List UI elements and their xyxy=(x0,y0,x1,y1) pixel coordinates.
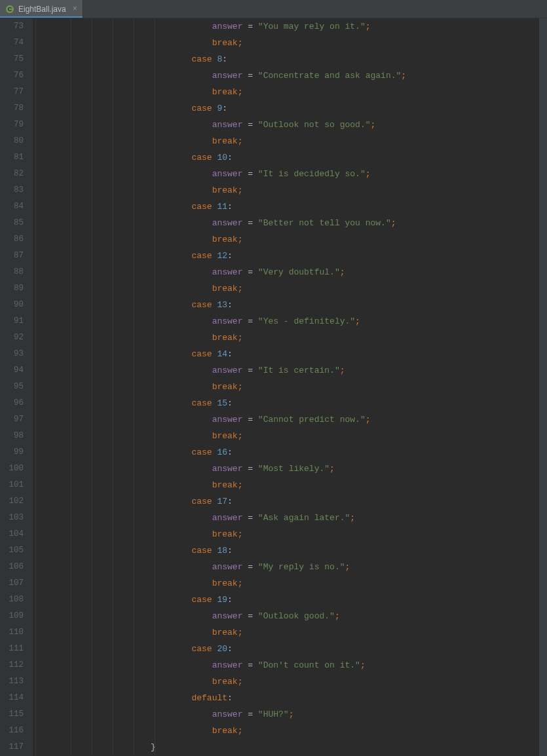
token-op: = xyxy=(242,218,257,228)
line-number: 87 xyxy=(0,248,24,264)
token-colon: : xyxy=(227,595,233,605)
token-semi: ; xyxy=(238,38,243,48)
line-number: 112 xyxy=(0,657,24,673)
token-kw: case xyxy=(191,104,217,113)
vertical-scrollbar[interactable] xyxy=(539,18,547,756)
token-num: 18 xyxy=(217,546,227,556)
token-var: answer xyxy=(212,464,243,474)
token-kw: case xyxy=(191,398,217,408)
line-number: 104 xyxy=(0,526,24,542)
token-str: "Most likely." xyxy=(258,464,330,474)
token-semi: ; xyxy=(330,464,335,474)
code-line: break; xyxy=(48,673,547,690)
token-semi: ; xyxy=(371,120,376,130)
code-line: answer = "Most likely."; xyxy=(48,461,547,477)
token-semi: ; xyxy=(366,169,371,179)
line-number: 94 xyxy=(0,362,24,379)
code-line: answer = "Better not tell you now."; xyxy=(48,215,547,231)
token-semi: ; xyxy=(238,578,243,588)
token-str: "HUH?" xyxy=(258,709,289,719)
token-colon: : xyxy=(227,349,233,359)
code-line: case 9: xyxy=(48,100,547,117)
line-number: 88 xyxy=(0,264,24,280)
line-number: 74 xyxy=(0,35,24,51)
line-number: 97 xyxy=(0,411,24,428)
line-number: 115 xyxy=(0,706,24,723)
token-colon: : xyxy=(227,497,233,506)
code-line: case 11: xyxy=(48,198,547,215)
token-var: answer xyxy=(212,218,243,228)
token-kw: default xyxy=(191,693,227,703)
code-line: break; xyxy=(48,84,547,100)
token-var: answer xyxy=(212,22,243,31)
token-semi: ; xyxy=(238,628,243,637)
code-line: case 13: xyxy=(48,297,547,313)
token-op: = xyxy=(242,611,257,621)
line-number: 85 xyxy=(0,215,24,231)
line-number: 75 xyxy=(0,51,24,67)
code-line: case 17: xyxy=(48,493,547,510)
tab-eightball[interactable]: C EightBall.java × xyxy=(0,0,83,18)
token-kw: case xyxy=(191,447,217,457)
code-line: case 19: xyxy=(48,592,547,608)
token-op: = xyxy=(242,464,257,474)
token-semi: ; xyxy=(238,726,243,736)
token-colon: : xyxy=(227,398,233,408)
token-semi: ; xyxy=(360,660,366,670)
token-op: = xyxy=(242,415,257,425)
code-line: case 16: xyxy=(48,444,547,461)
token-kw: break xyxy=(212,38,238,48)
line-number: 101 xyxy=(0,477,24,493)
code-line: answer = "Ask again later."; xyxy=(48,510,547,526)
token-num: 12 xyxy=(217,251,227,261)
token-semi: ; xyxy=(366,415,371,425)
token-str: "Ask again later." xyxy=(258,513,350,523)
code-line: break; xyxy=(48,133,547,149)
token-kw: case xyxy=(191,595,217,605)
token-num: 11 xyxy=(217,202,227,212)
token-semi: ; xyxy=(340,366,345,375)
fold-column xyxy=(33,18,48,756)
code-line: answer = "Outlook not so good."; xyxy=(48,117,547,133)
token-colon: : xyxy=(227,693,233,703)
line-number: 99 xyxy=(0,444,24,461)
token-str: "It is decidedly so." xyxy=(258,169,366,179)
token-str: "Outlook good." xyxy=(258,611,335,621)
line-number: 92 xyxy=(0,330,24,346)
svg-text:C: C xyxy=(8,6,12,12)
code-line: break; xyxy=(48,526,547,542)
line-number: 80 xyxy=(0,133,24,149)
token-kw: break xyxy=(212,578,238,588)
token-var: answer xyxy=(212,71,243,81)
token-num: 14 xyxy=(217,349,227,359)
token-kw: break xyxy=(212,480,238,490)
close-icon[interactable]: × xyxy=(73,5,77,14)
token-semi: ; xyxy=(355,316,360,326)
code-line: answer = "Cannot predict now."; xyxy=(48,411,547,428)
token-semi: ; xyxy=(238,136,243,146)
token-op: = xyxy=(242,660,257,670)
token-str: "Yes - definitely." xyxy=(258,316,355,326)
token-var: answer xyxy=(212,709,243,719)
code-line: break; xyxy=(48,182,547,198)
tab-label: EightBall.java xyxy=(18,5,66,14)
line-number: 116 xyxy=(0,723,24,739)
token-semi: ; xyxy=(366,22,371,31)
token-str: "Concentrate and ask again." xyxy=(258,71,401,81)
line-number: 107 xyxy=(0,575,24,592)
line-number: 105 xyxy=(0,542,24,559)
token-kw: case xyxy=(191,300,217,310)
token-var: answer xyxy=(212,267,243,277)
line-number: 103 xyxy=(0,510,24,526)
token-kw: break xyxy=(212,628,238,637)
token-semi: ; xyxy=(238,382,243,392)
code-area[interactable]: answer = "You may rely on it."; break; c… xyxy=(48,18,547,756)
token-str: "Don't count on it." xyxy=(258,660,360,670)
line-number: 111 xyxy=(0,641,24,657)
code-line: case 18: xyxy=(48,542,547,559)
token-var: answer xyxy=(212,366,243,375)
line-number: 110 xyxy=(0,624,24,641)
token-op: = xyxy=(242,169,257,179)
code-line: break; xyxy=(48,624,547,641)
line-number: 76 xyxy=(0,67,24,84)
